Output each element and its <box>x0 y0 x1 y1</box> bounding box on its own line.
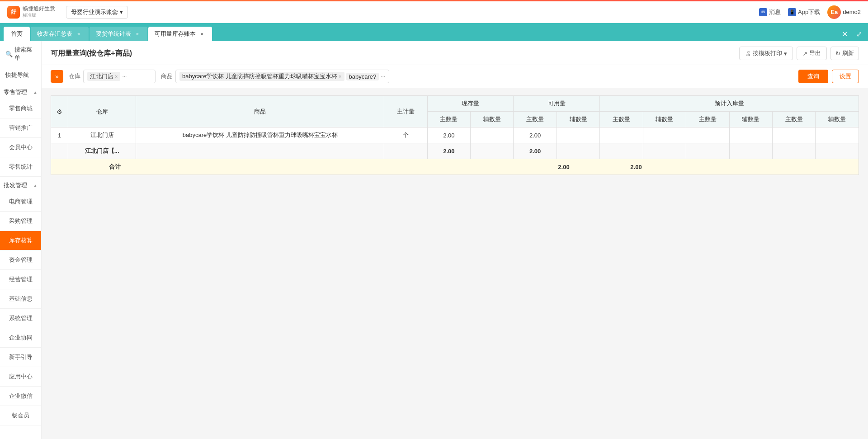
tab-requisition-close[interactable]: × <box>134 30 141 38</box>
tab-receipt-label: 收发存汇总表 <box>37 30 72 38</box>
tab-requisition-label: 要货单统计表 <box>96 30 131 38</box>
user-profile[interactable]: Ea demo2 <box>827 5 861 19</box>
app-download-action[interactable]: 📱 App下载 <box>788 8 820 16</box>
sidebar-item-apps[interactable]: 应用中心 <box>0 367 41 387</box>
filter-warehouse-tag-close[interactable]: × <box>115 74 118 79</box>
export-label: 导出 <box>809 49 821 57</box>
sidebar-item-inventory[interactable]: 库存核算 <box>0 231 41 250</box>
query-btn[interactable]: 查询 <box>798 70 828 83</box>
app-download-label: App下载 <box>798 8 820 16</box>
page-header: 可用量查询(按仓库+商品) 🖨 按模板打印 ▾ ↗ 导出 ↻ 刷新 <box>42 41 868 65</box>
sidebar-search-label: 搜索菜单 <box>14 46 36 62</box>
tab-available[interactable]: 可用量库存账本 × <box>148 27 212 41</box>
sidebar-retail-label: 零售管理 <box>4 88 27 96</box>
sidebar-item-retail-mall[interactable]: 零售商城 <box>0 99 41 118</box>
logo-text: 畅捷通好生意 <box>23 5 55 13</box>
col-current-aux-header: 辅数量 <box>471 112 514 127</box>
subtotal-current-main: 2.00 <box>427 143 470 159</box>
sidebar-item-basic[interactable]: 基础信息 <box>0 289 41 309</box>
sidebar-onboarding-label: 新手引导 <box>9 353 33 361</box>
filter-product-tag-1-close[interactable]: × <box>339 74 341 79</box>
row-1-index: 1 <box>51 127 68 143</box>
sidebar-item-retail[interactable]: 零售管理 ▲ <box>0 84 41 99</box>
sidebar-search[interactable]: 🔍 搜索菜单 <box>0 41 41 66</box>
footer-current-main-value: 2.00 <box>558 164 569 170</box>
footer-total-label: 合计 <box>109 163 130 170</box>
filter-warehouse-tag: 江北门店 × <box>87 72 120 81</box>
col-setting-header: ⚙ <box>51 96 68 127</box>
filter-product-ellipsis[interactable]: ··· <box>381 73 385 80</box>
sidebar-item-purchase[interactable]: 采购管理 <box>0 212 41 231</box>
col-purchase-transit-header: 主数量 <box>600 112 643 127</box>
sidebar-item-enterprise[interactable]: 企业协同 <box>0 328 41 348</box>
col-incoming-sub: 辅数量 <box>729 112 772 127</box>
tab-home[interactable]: 首页 <box>4 27 30 41</box>
filter-product-input[interactable]: babycare学饮杯 儿童防摔防撞吸管杯重力球吸嘴杯宝宝水杯 × babyca… <box>175 70 389 83</box>
col-current-main-header: 主数量 <box>427 112 470 127</box>
refresh-label: 刷新 <box>842 49 854 57</box>
subtotal-p3 <box>686 143 729 159</box>
message-action[interactable]: ✉ 消息 <box>759 8 781 16</box>
filter-expand-btn[interactable]: » <box>51 70 63 83</box>
filter-warehouse-ellipsis[interactable]: ··· <box>122 73 127 80</box>
row-1-current-aux <box>471 127 514 143</box>
sidebar-item-member[interactable]: 会员中心 <box>0 138 41 157</box>
expand-btn[interactable]: ⤢ <box>854 28 864 39</box>
sidebar-item-vip[interactable]: 畅会员 <box>0 406 41 425</box>
sidebar-item-marketing[interactable]: 营销推广 <box>0 118 41 138</box>
header-left: 好 畅捷通好生意 标准版 母婴行业演示账套 ▾ <box>7 5 128 19</box>
footer-label-cell: 合计 <box>109 163 546 171</box>
tab-home-label: 首页 <box>11 30 23 38</box>
sidebar-item-onboarding[interactable]: 新手引导 <box>0 348 41 367</box>
row-1-warehouse: 江北门店 <box>68 127 136 143</box>
sidebar-finance-label: 资金管理 <box>9 256 33 264</box>
sidebar-item-finance[interactable]: 资金管理 <box>0 250 41 270</box>
content-area: 可用量查询(按仓库+商品) 🖨 按模板打印 ▾ ↗ 导出 ↻ 刷新 <box>42 41 868 439</box>
sidebar-item-operations[interactable]: 经营管理 <box>0 270 41 289</box>
filter-actions-right: 查询 设置 <box>798 70 859 83</box>
col-current-stock-header: 现存量 <box>427 96 514 112</box>
sidebar-quick-nav[interactable]: 快捷导航 <box>0 66 41 84</box>
col-unit-header: 主计量 <box>384 96 427 127</box>
page-title-row: 可用量查询(按仓库+商品) 🖨 按模板打印 ▾ ↗ 导出 ↻ 刷新 <box>51 47 859 65</box>
settings-btn[interactable]: 设置 <box>832 70 859 83</box>
filter-warehouse-input[interactable]: 江北门店 × ··· <box>83 70 156 83</box>
export-btn[interactable]: ↗ 导出 <box>797 47 827 60</box>
sidebar-item-wechat[interactable]: 企业微信 <box>0 387 41 406</box>
gear-icon[interactable]: ⚙ <box>57 108 62 115</box>
chevron-down-icon-2: ▲ <box>33 183 38 188</box>
sidebar-item-retail-stats[interactable]: 零售统计 <box>0 157 41 177</box>
filter-product-tag-2-value: babycare? <box>349 73 377 80</box>
tab-receipt-close[interactable]: × <box>75 30 82 38</box>
sidebar-item-wholesale[interactable]: 批发管理 ▲ <box>0 177 41 192</box>
filter-product-tag-1-value: babycare学饮杯 儿童防摔防撞吸管杯重力球吸嘴杯宝宝水杯 <box>182 72 337 80</box>
page-actions: 🖨 按模板打印 ▾ ↗ 导出 ↻ 刷新 <box>739 47 859 60</box>
filter-product-label: 商品 <box>161 72 173 80</box>
sidebar-item-ecommerce[interactable]: 电商管理 <box>0 192 41 212</box>
subtotal-product <box>136 143 384 159</box>
industry-selector[interactable]: 母婴行业演示账套 ▾ <box>66 6 128 19</box>
col-warehouse-header: 仓库 <box>68 96 136 127</box>
tab-bar-right: ✕ ⤢ <box>839 28 864 41</box>
chevron-up-icon: ▲ <box>33 90 38 95</box>
sidebar-purchase-label: 采购管理 <box>9 217 33 225</box>
table-row: 1 江北门店 babycare学饮杯 儿童防摔防撞吸管杯重力球吸嘴杯宝宝水杯 个… <box>51 127 859 143</box>
footer-current-main: 2.00 <box>546 164 582 170</box>
subtotal-current-aux <box>471 143 514 159</box>
refresh-btn[interactable]: ↻ 刷新 <box>830 47 859 60</box>
tab-requisition[interactable]: 要货单统计表 × <box>90 27 147 41</box>
sidebar-member-label: 会员中心 <box>9 143 33 151</box>
tab-receipt[interactable]: 收发存汇总表 × <box>31 27 89 41</box>
col-purchase-transit-sub: 辅数量 <box>643 112 686 127</box>
close-window-btn[interactable]: ✕ <box>839 28 850 39</box>
export-icon: ↗ <box>802 50 807 57</box>
sidebar-item-system[interactable]: 系统管理 <box>0 309 41 328</box>
col-prod-main-header: 主数量 <box>773 112 816 127</box>
footer-available-main-value: 2.00 <box>630 164 642 170</box>
filter-warehouse-field: 仓库 江北门店 × ··· <box>69 70 156 83</box>
app-download-icon: 📱 <box>788 8 796 16</box>
print-btn[interactable]: 🖨 按模板打印 ▾ <box>739 47 793 60</box>
sidebar-wechat-label: 企业微信 <box>9 392 33 400</box>
sidebar-system-label: 系统管理 <box>9 314 33 322</box>
tab-available-close[interactable]: × <box>198 30 206 38</box>
